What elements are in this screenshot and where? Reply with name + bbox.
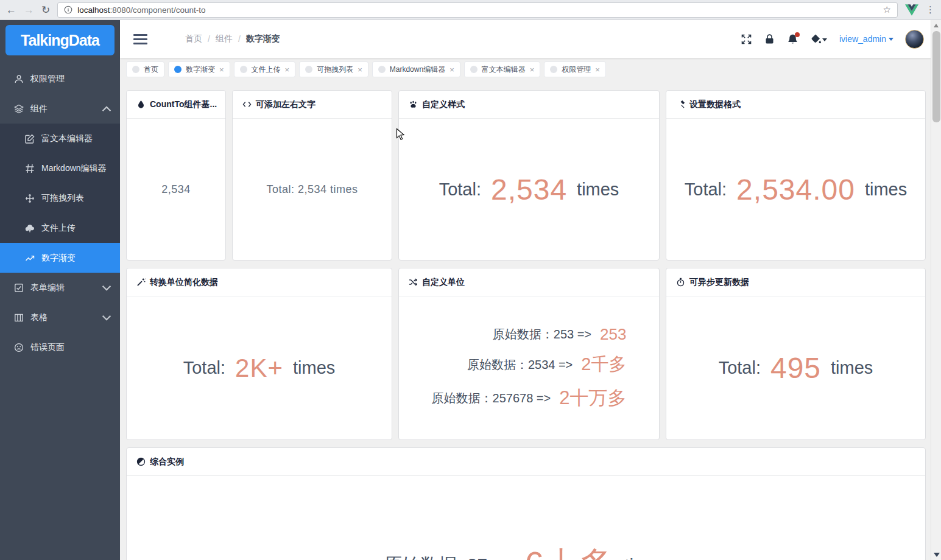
address-bar[interactable]: localhost:8080/component/count-to ☆ bbox=[57, 2, 898, 18]
forward-button[interactable]: → bbox=[24, 5, 34, 15]
count-value: 253 bbox=[600, 325, 626, 344]
tag-label: 可拖拽列表 bbox=[317, 65, 353, 75]
breadcrumb-components[interactable]: 组件 bbox=[216, 33, 233, 44]
sidebar-item-label: 权限管理 bbox=[30, 74, 65, 85]
close-icon[interactable]: × bbox=[358, 66, 362, 74]
breadcrumb-separator: / bbox=[238, 34, 241, 44]
paw-icon bbox=[409, 100, 418, 109]
hamburger-menu-icon[interactable] bbox=[133, 34, 147, 44]
sidebar-item-components[interactable]: 组件 bbox=[0, 94, 120, 124]
sidebar-item-label: 富文本编辑器 bbox=[41, 133, 93, 144]
sidebar-item-label: 可拖拽列表 bbox=[41, 193, 84, 204]
breadcrumb-home[interactable]: 首页 bbox=[185, 33, 202, 44]
close-icon[interactable]: × bbox=[595, 66, 600, 74]
sidebar-item-label: 错误页面 bbox=[30, 342, 65, 353]
open-tags-bar: 首页 数字渐变 × 文件上传 × 可拖拽列表 × Markdown编辑器 × 富… bbox=[120, 58, 941, 81]
tag-file-upload[interactable]: 文件上传 × bbox=[234, 61, 296, 77]
sidebar-item-label: 组件 bbox=[30, 103, 48, 114]
components-submenu: 富文本编辑器 Markdown编辑器 可拖拽列表 文件上传 数字渐变 bbox=[0, 124, 120, 273]
user-dropdown[interactable]: iview_admin bbox=[839, 34, 893, 44]
count-suffix: times bbox=[577, 180, 619, 200]
count-value: 2K+ bbox=[235, 354, 283, 383]
scroll-up-button[interactable] bbox=[931, 20, 941, 30]
count-suffix: times bbox=[831, 358, 873, 378]
pound-icon bbox=[25, 164, 35, 173]
sidebar-item-label: Markdown编辑器 bbox=[41, 163, 107, 174]
close-icon[interactable]: × bbox=[449, 66, 454, 74]
page-scrollbar[interactable] bbox=[931, 20, 941, 560]
bookmark-star-icon[interactable]: ☆ bbox=[883, 4, 891, 15]
sidebar-item-form-editor[interactable]: 表单编辑 bbox=[0, 273, 120, 303]
card-countto-unit: 自定义单位 原始数据：253 => 253 原始数据：2534 => 2千多 bbox=[398, 268, 660, 440]
sidebar-item-label: 数字渐变 bbox=[41, 253, 76, 264]
stopwatch-icon bbox=[676, 278, 685, 287]
sidebar-item-permission[interactable]: 权限管理 bbox=[0, 64, 120, 94]
reload-button[interactable]: ↻ bbox=[41, 5, 50, 15]
tag-dot bbox=[174, 66, 182, 73]
theme-switch-button[interactable] bbox=[810, 33, 822, 45]
username-text: iview_admin bbox=[839, 34, 886, 44]
sidebar-item-file-upload[interactable]: 文件上传 bbox=[0, 213, 120, 243]
count-value: Total: 2,534 times bbox=[266, 183, 358, 196]
breadcrumb: 首页 / 组件 / 数字渐变 bbox=[185, 33, 280, 44]
card-title: 自定义单位 bbox=[422, 277, 465, 288]
count-value: 6十多 bbox=[525, 542, 614, 560]
notification-bell-button[interactable] bbox=[787, 33, 798, 45]
close-icon[interactable]: × bbox=[219, 66, 224, 74]
sidebar-item-error-pages[interactable]: 错误页面 bbox=[0, 332, 120, 362]
card-title: 设置数据格式 bbox=[689, 99, 741, 110]
chevron-down-icon bbox=[102, 283, 111, 293]
count-prefix: Total: bbox=[685, 180, 727, 200]
card-header: CountTo组件基... bbox=[127, 91, 225, 119]
chevron-up-icon bbox=[102, 104, 111, 114]
avatar[interactable] bbox=[905, 30, 924, 49]
sad-face-icon bbox=[14, 343, 24, 352]
unit-row: 原始数据：253 => 253 bbox=[493, 325, 627, 344]
lock-button[interactable] bbox=[764, 33, 775, 45]
tag-permission[interactable]: 权限管理 × bbox=[544, 61, 606, 77]
tag-label: 首页 bbox=[144, 65, 158, 75]
card-title: 可添加左右文字 bbox=[256, 99, 315, 110]
notification-badge bbox=[795, 32, 800, 37]
fullscreen-button[interactable] bbox=[741, 33, 752, 45]
info-icon bbox=[64, 5, 72, 14]
mouse-cursor bbox=[396, 128, 405, 141]
vue-devtools-icon[interactable] bbox=[905, 4, 918, 16]
page-content: CountTo组件基... 2,534 可添加左右文字 Total: 2,534… bbox=[120, 81, 931, 560]
browser-menu-icon[interactable]: ⋮ bbox=[926, 4, 935, 15]
move-icon bbox=[25, 194, 35, 203]
shuffle-icon bbox=[409, 278, 418, 287]
tag-count-to[interactable]: 数字渐变 × bbox=[168, 61, 230, 77]
tag-label: 权限管理 bbox=[562, 65, 591, 75]
count-value: 2十万多 bbox=[559, 385, 626, 411]
cloud-upload-icon bbox=[25, 223, 35, 233]
card-countto-combined: 综合实例 原始数据: 27 => 6十多 times bbox=[126, 447, 926, 560]
user-caret-icon bbox=[889, 38, 893, 41]
card-header: 自定义单位 bbox=[399, 268, 659, 296]
count-value: 2,534 bbox=[161, 183, 191, 196]
tag-richtext-editor[interactable]: 富文本编辑器 × bbox=[464, 61, 541, 77]
tag-home[interactable]: 首页 bbox=[126, 61, 164, 77]
card-title: 可异步更新数据 bbox=[689, 277, 749, 288]
top-header: 首页 / 组件 / 数字渐变 iview_admin bbox=[120, 20, 941, 58]
unit-row: 原始数据：257678 => 2十万多 bbox=[432, 385, 627, 411]
card-countto-simplify: 转换单位简化数据 Total: 2K+ times bbox=[126, 268, 392, 440]
sidebar-item-richtext-editor[interactable]: 富文本编辑器 bbox=[0, 124, 120, 153]
tools-icon bbox=[676, 100, 685, 109]
tag-dot bbox=[132, 66, 139, 73]
close-icon[interactable]: × bbox=[530, 66, 535, 74]
sidebar-item-draggable-list[interactable]: 可拖拽列表 bbox=[0, 183, 120, 213]
raw-data-label: 原始数据：2534 => bbox=[467, 357, 573, 373]
sidebar-item-count-to[interactable]: 数字渐变 bbox=[0, 243, 120, 273]
tag-draggable-list[interactable]: 可拖拽列表 × bbox=[299, 61, 368, 77]
close-icon[interactable]: × bbox=[285, 66, 290, 74]
scroll-down-button[interactable] bbox=[931, 550, 941, 560]
sidebar-item-markdown-editor[interactable]: Markdown编辑器 bbox=[0, 153, 120, 183]
tag-markdown-editor[interactable]: Markdown编辑器 × bbox=[372, 61, 460, 77]
checkbox-icon bbox=[14, 283, 24, 293]
scrollbar-thumb[interactable] bbox=[932, 31, 940, 122]
count-suffix: times bbox=[865, 180, 907, 200]
count-value: 2千多 bbox=[581, 352, 626, 377]
back-button[interactable]: ← bbox=[6, 5, 16, 15]
sidebar-item-table[interactable]: 表格 bbox=[0, 303, 120, 332]
